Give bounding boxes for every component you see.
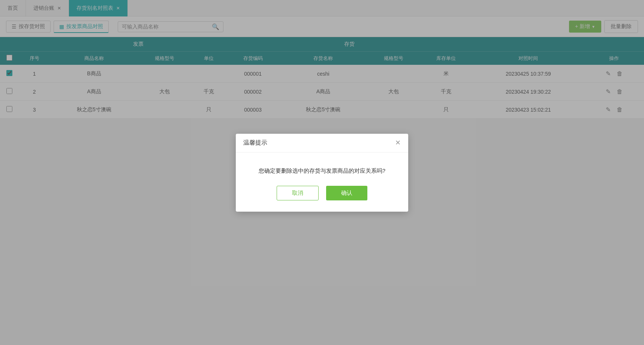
dialog-close-button[interactable]: ✕ bbox=[395, 139, 401, 146]
dialog-confirm-button[interactable]: 确认 bbox=[326, 186, 367, 200]
dialog: 温馨提示 ✕ 您确定要删除选中的存货与发票商品的对应关系吗? 取消 确认 bbox=[236, 134, 408, 212]
dialog-body: 您确定要删除选中的存货与发票商品的对应关系吗? 取消 确认 bbox=[236, 152, 408, 212]
dialog-message: 您确定要删除选中的存货与发票商品的对应关系吗? bbox=[247, 167, 397, 175]
dialog-actions: 取消 确认 bbox=[247, 186, 397, 200]
overlay: 温馨提示 ✕ 您确定要删除选中的存货与发票商品的对应关系吗? 取消 确认 bbox=[0, 0, 644, 345]
dialog-title: 温馨提示 bbox=[243, 139, 267, 147]
dialog-cancel-button[interactable]: 取消 bbox=[277, 186, 319, 200]
dialog-header: 温馨提示 ✕ bbox=[236, 134, 408, 152]
